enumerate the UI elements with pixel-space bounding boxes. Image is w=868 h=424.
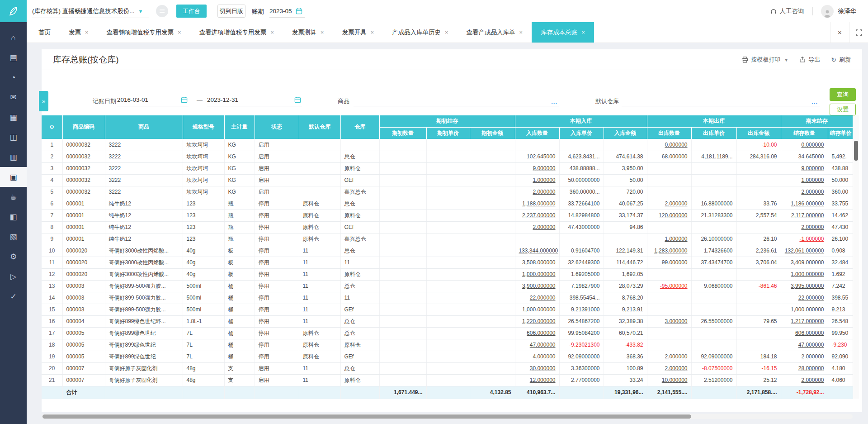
cell-bal_qty[interactable]: 1,186.000000 <box>781 198 828 210</box>
cell-bal_qty[interactable]: 2.000000 <box>781 351 828 362</box>
cell-out_qty[interactable]: 2.000000 <box>647 198 691 210</box>
cell-out_qty[interactable]: 0.000000 <box>647 139 691 151</box>
cell-out_qty[interactable]: 68.000000 <box>647 151 691 162</box>
sidebar-item-inventory[interactable]: ▣ <box>0 167 27 187</box>
cell-bal_qty[interactable]: 2.000000 <box>781 374 828 386</box>
vertical-scrollbar[interactable] <box>853 115 859 399</box>
cell-out_qty[interactable]: 1,283.000000 <box>647 245 691 257</box>
cell-bal_qty[interactable]: 606.000000 <box>781 327 828 339</box>
sidebar-item-settings[interactable]: ⚙ <box>0 247 27 267</box>
cell-in_qty[interactable]: 3,900.000000 <box>515 280 559 292</box>
tab-close-icon[interactable]: × <box>85 29 89 36</box>
cell-out_qty[interactable]: 3.000000 <box>647 315 691 327</box>
tab-close-icon[interactable]: × <box>321 29 324 36</box>
cell-in_qty[interactable]: 1.000000 <box>515 174 559 186</box>
tab-close-icon[interactable]: × <box>370 29 374 36</box>
cell-bal_qty[interactable]: 2,117.000000 <box>781 210 828 221</box>
cell-bal_qty[interactable]: 22.000000 <box>781 292 828 304</box>
tab-invoice-calc[interactable]: 发票测算× <box>283 22 333 43</box>
horizontal-scrollbar-thumb[interactable] <box>42 414 691 419</box>
cell-bal_qty[interactable]: 1,000.000000 <box>781 304 828 315</box>
cell-in_qty[interactable]: 4.000000 <box>515 351 559 362</box>
memo-icon[interactable] <box>156 5 168 17</box>
workbench-button[interactable]: 工作台 <box>176 5 207 18</box>
cell-in_qty[interactable]: 47.000000 <box>515 339 559 351</box>
sidebar-item-message[interactable]: ✉ <box>0 87 27 107</box>
print-by-template-button[interactable]: 按模板打印 ▼ <box>741 56 788 64</box>
vertical-scrollbar-thumb[interactable] <box>854 141 858 161</box>
tab-view-product-inbound[interactable]: 查看产成品入库单× <box>458 22 532 43</box>
calendar-icon[interactable] <box>181 96 188 103</box>
app-logo[interactable] <box>0 0 27 22</box>
cell-in_qty[interactable]: 1,000.000000 <box>515 268 559 280</box>
cell-bal_qty[interactable]: 132,061.000000 <box>781 245 828 257</box>
cell-in_qty[interactable]: 2.000000 <box>515 221 559 233</box>
cell-out_qty[interactable]: 10.000000 <box>647 374 691 386</box>
cell-bal_qty[interactable]: 3,409.000000 <box>781 257 828 268</box>
fullscreen-button[interactable] <box>849 22 868 43</box>
sidebar-item-report[interactable]: ◔ <box>0 67 27 87</box>
cell-in_qty[interactable]: 606.000000 <box>515 327 559 339</box>
cell-in_qty[interactable]: 9.000000 <box>515 162 559 174</box>
cell-in_qty[interactable]: 22.000000 <box>515 292 559 304</box>
cell-in_qty[interactable]: 2.000000 <box>515 186 559 198</box>
sidebar-item-archive[interactable]: ▧ <box>0 227 27 247</box>
tab-close-icon[interactable]: × <box>519 29 523 36</box>
query-button[interactable]: 查询 <box>830 88 856 101</box>
chevron-down-icon[interactable]: ▼ <box>784 57 788 62</box>
sidebar-item-assets[interactable]: ◧ <box>0 207 27 227</box>
tab-close-icon[interactable]: × <box>581 29 585 36</box>
username[interactable]: 徐泽华 <box>838 7 857 15</box>
settings-button[interactable]: 设置 <box>830 104 856 115</box>
warehouse-input[interactable]: ... <box>622 94 820 106</box>
cell-in_qty[interactable]: 102.645000 <box>515 151 559 162</box>
sidebar-item-audit[interactable]: ✓ <box>0 286 27 306</box>
cell-bal_qty[interactable]: 2.000000 <box>781 221 828 233</box>
cell-bal_qty[interactable]: 28.000000 <box>781 362 828 374</box>
date-to-input[interactable]: 2023-12-31 <box>207 94 302 106</box>
switch-version-button[interactable]: 切到日版 <box>217 5 245 18</box>
cell-in_qty[interactable]: 1,188.000000 <box>515 198 559 210</box>
cell-in_qty[interactable]: 30.000000 <box>515 362 559 374</box>
tab-close-icon[interactable]: × <box>270 29 274 36</box>
tab-sales-vat[interactable]: 查看销项增值税专用发票× <box>98 22 190 43</box>
expand-filter-button[interactable]: » <box>39 91 48 111</box>
support-link[interactable]: 人工咨询 <box>770 7 804 15</box>
sidebar-item-checkout[interactable]: ▥ <box>0 147 27 167</box>
export-button[interactable]: 导出 <box>799 56 820 64</box>
sidebar-item-invoice[interactable]: ▤ <box>0 48 27 67</box>
column-settings-gear-icon[interactable]: ⚙ <box>42 115 62 139</box>
horizontal-scrollbar[interactable] <box>42 414 853 419</box>
cell-bal_qty[interactable]: 1,000.000000 <box>781 268 828 280</box>
cell-bal_qty[interactable]: 47.000000 <box>781 339 828 351</box>
cell-in_qty[interactable]: 1,000.000000 <box>515 304 559 315</box>
sidebar-item-ledger[interactable]: ▦ <box>0 107 27 127</box>
period-field[interactable]: 2023-05 <box>269 5 305 18</box>
cell-out_qty[interactable]: -95.000000 <box>647 280 691 292</box>
cell-in_qty[interactable]: 2,237.000000 <box>515 210 559 221</box>
cell-out_qty[interactable]: 99.000000 <box>647 257 691 268</box>
tab-inventory-cost-ledger[interactable]: 库存成本总账× <box>532 22 594 43</box>
tab-close-icon[interactable]: × <box>445 29 448 36</box>
sidebar-item-salary[interactable]: ◫ <box>0 127 27 147</box>
cell-out_qty[interactable]: 120.000000 <box>647 210 691 221</box>
cell-bal_qty[interactable]: 34.645000 <box>781 151 828 162</box>
cell-in_qty[interactable]: 12.000000 <box>515 374 559 386</box>
cell-out_qty[interactable]: 2.000000 <box>647 351 691 362</box>
tab-invoice[interactable]: 发票× <box>60 22 98 43</box>
cell-out_qty[interactable]: 1.000000 <box>647 233 691 245</box>
cell-out_qty[interactable]: 2.000000 <box>647 362 691 374</box>
refresh-button[interactable]: ↻ 刷新 <box>831 56 851 64</box>
cell-in_qty[interactable]: 3,508.000000 <box>515 257 559 268</box>
tab-purchase-vat[interactable]: 查看进项增值税专用发票× <box>190 22 283 43</box>
company-selector[interactable]: (库存核算) 直播畅捷通信息技术股份... ▼ <box>32 5 149 18</box>
cell-bal_qty[interactable]: 0.000000 <box>781 139 828 151</box>
cell-bal_qty[interactable]: 2.000000 <box>781 186 828 198</box>
sidebar-item-service[interactable]: ☕ <box>0 187 27 207</box>
warehouse-picker-ellipsis[interactable]: ... <box>811 101 818 103</box>
close-all-tabs-button[interactable]: × <box>830 22 849 43</box>
cell-bal_qty[interactable]: 9.000000 <box>781 162 828 174</box>
tab-home[interactable]: 首页 <box>29 22 60 43</box>
sidebar-item-home[interactable]: ⌂ <box>0 28 27 48</box>
sidebar-item-training[interactable]: ▷ <box>0 267 27 286</box>
